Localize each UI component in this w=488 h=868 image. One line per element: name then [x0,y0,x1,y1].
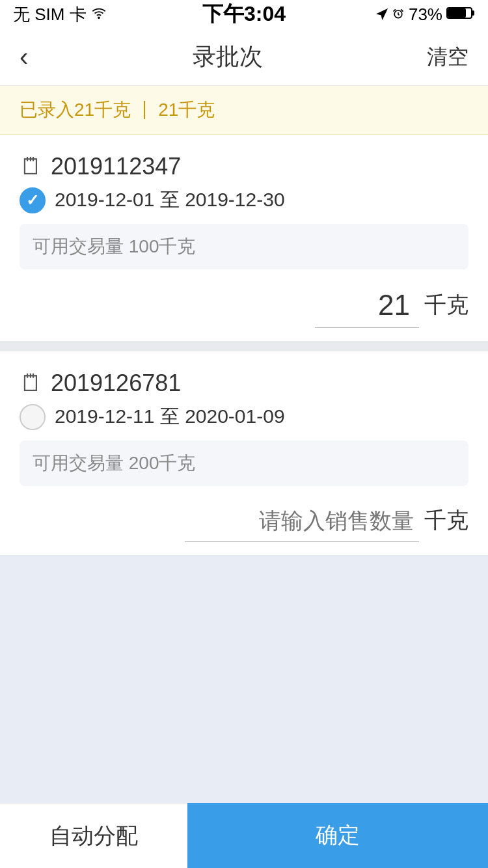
confirm-button[interactable]: 确定 [187,803,488,868]
carrier-text: 无 SIM 卡 [13,3,87,26]
battery-percentage: 73% [409,5,442,25]
batch-date-1: 2019-12-01 至 2019-12-30 [55,187,285,213]
batch-card-1: 🗒 2019112347 2019-12-01 至 2019-12-30 可用交… [0,135,488,341]
batch-id-2: 2019126781 [51,370,181,397]
quantity-input-2[interactable] [219,508,414,534]
battery-icon [446,5,475,25]
page-title: 录批次 [193,41,263,73]
alarm-icon [392,5,405,25]
svg-rect-6 [472,10,474,16]
summary-divider [144,101,145,119]
nav-bar: ‹ 录批次 清空 [0,29,488,86]
clear-button[interactable]: 清空 [427,43,468,72]
back-button[interactable]: ‹ [20,42,28,72]
batch-header-1: 🗒 2019112347 [0,135,488,187]
batch-header-2: 🗒 2019126781 [0,351,488,403]
batch-available-2: 可用交易量 200千克 [20,441,468,486]
status-right: 73% [376,5,475,25]
status-left: 无 SIM 卡 [13,3,106,26]
radio-1[interactable] [20,187,46,213]
wifi-icon [92,5,106,25]
summary-label: 已录入21千克 [20,98,131,122]
empty-area [0,555,488,828]
batch-available-1: 可用交易量 100千克 [20,224,468,269]
amount-underline-2 [185,541,419,542]
batch-unit-1: 千克 [424,290,468,320]
bottom-bar: 自动分配 确定 [0,803,488,868]
status-time: 下午3:04 [202,0,286,29]
batch-unit-2: 千克 [424,506,468,536]
svg-point-0 [98,17,100,18]
batch-id-1: 2019112347 [51,153,181,180]
batch-date-2: 2019-12-11 至 2020-01-09 [55,403,285,430]
status-bar: 无 SIM 卡 下午3:04 73% [0,0,488,29]
svg-rect-7 [448,8,466,18]
radio-2[interactable] [20,404,46,430]
batch-date-row-2[interactable]: 2019-12-11 至 2020-01-09 [0,403,488,441]
location-icon [376,5,388,25]
batch-icon-2: 🗒 [20,370,43,397]
summary-bar: 已录入21千克 21千克 [0,86,488,135]
batch-icon-1: 🗒 [20,153,43,180]
auto-distribute-button[interactable]: 自动分配 [0,803,187,868]
summary-value: 21千克 [158,98,215,122]
batch-date-row-1[interactable]: 2019-12-01 至 2019-12-30 [0,187,488,224]
amount-underline-1 [315,327,419,328]
batch-amount-1: 21 [378,289,410,321]
separator-1 [0,341,488,351]
batch-card-2: 🗒 2019126781 2019-12-11 至 2020-01-09 可用交… [0,351,488,555]
svg-marker-1 [377,9,386,18]
